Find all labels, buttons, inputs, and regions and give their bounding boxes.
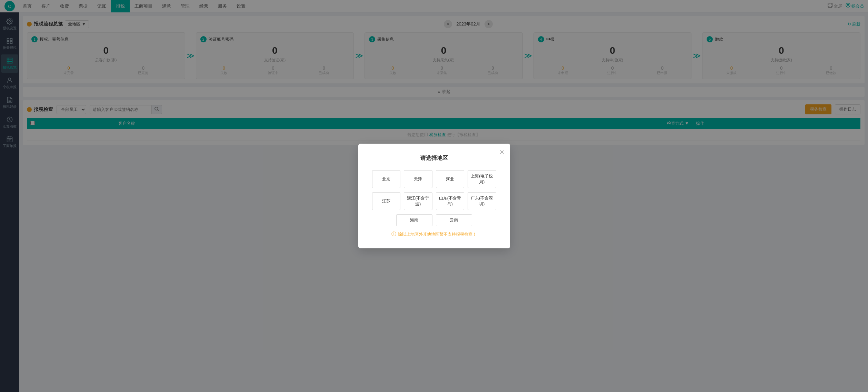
region-btn-tianjin[interactable]: 天津 [404,170,432,188]
region-select-modal: ✕ 请选择地区 北京 天津 河北 上海(电子税局) 江苏 浙江(不含宁波) 山东… [358,144,510,248]
modal-close-btn[interactable]: ✕ [499,148,505,156]
region-grid-row2: 江苏 浙江(不含宁波) 山东(不含青岛) 广东(不含深圳) [372,192,496,210]
region-btn-yunnan[interactable]: 云南 [436,214,472,226]
region-grid-row1: 北京 天津 河北 上海(电子税局) [372,170,496,188]
region-btn-guangdong[interactable]: 广东(不含深圳) [468,192,496,210]
region-btn-hebei[interactable]: 河北 [436,170,465,188]
modal-title: 请选择地区 [372,155,496,162]
region-btn-shandong[interactable]: 山东(不含青岛) [436,192,465,210]
modal-warning: ⓘ 除以上地区外其他地区暂不支持报税检查！ [372,231,496,237]
region-btn-jiangsu[interactable]: 江苏 [372,192,401,210]
modal-overlay[interactable]: ✕ 请选择地区 北京 天津 河北 上海(电子税局) 江苏 浙江(不含宁波) 山东… [0,0,868,392]
region-btn-shanghai[interactable]: 上海(电子税局) [468,170,496,188]
region-btn-zhejiang[interactable]: 浙江(不含宁波) [404,192,432,210]
warning-icon: ⓘ [391,231,396,237]
region-grid-row3: 海南 云南 [396,214,472,226]
region-btn-hainan[interactable]: 海南 [396,214,432,226]
region-btn-beijing[interactable]: 北京 [372,170,401,188]
